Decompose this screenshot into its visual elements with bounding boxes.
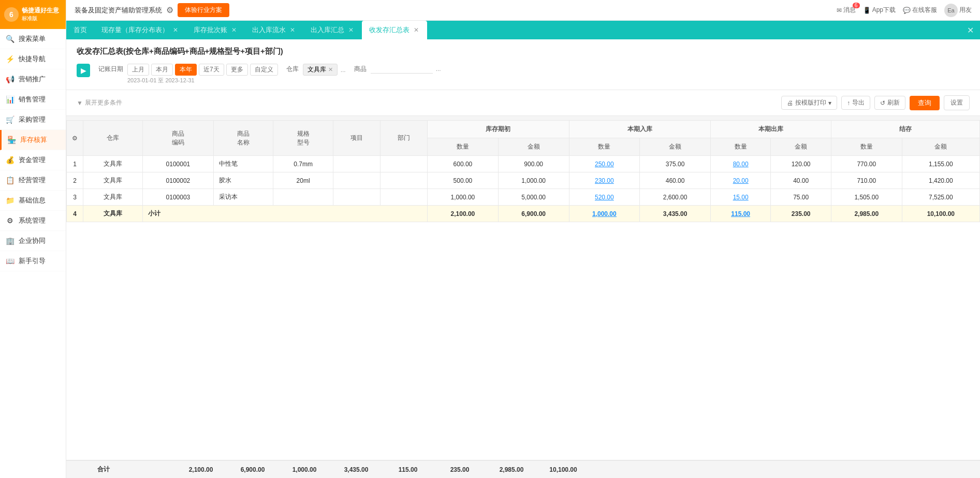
row-dept [381, 172, 428, 189]
row-no: 1 [67, 156, 83, 172]
tab-close-5[interactable]: ✕ [413, 26, 420, 34]
total-out-amt: 235.00 [434, 466, 486, 473]
col-settings-header[interactable]: ⚙ [67, 121, 83, 156]
sidebar-item-operations[interactable]: 📋经营管理 [0, 170, 66, 191]
sidebar-item-quick-nav[interactable]: ⚡快捷导航 [0, 49, 66, 69]
goods-search-input[interactable] [371, 64, 433, 74]
date-btn-本月[interactable]: 本月 [151, 64, 173, 76]
col-balance-header: 结存 [831, 121, 979, 138]
print-button[interactable]: 🖨 按模版打印 ▾ [781, 96, 837, 110]
online-service-link[interactable]: 💬 在线客服 [903, 6, 937, 15]
sidebar-item-system[interactable]: ⚙系统管理 [0, 211, 66, 231]
tab-close-1[interactable]: ✕ [172, 26, 179, 34]
user-menu[interactable]: Ea 用友 [944, 4, 972, 17]
tab-5[interactable]: 收发存汇总表✕ [362, 21, 427, 39]
total-bal-amt: 10,100.00 [537, 466, 589, 473]
topbar-left: 装备及固定资产辅助管理系统 ⚙ 体验行业方案 [75, 3, 830, 17]
refresh-icon: ↺ [880, 99, 885, 107]
tab-close-3[interactable]: ✕ [289, 26, 296, 34]
user-label: 用友 [959, 6, 972, 15]
row-warehouse: 文具库 [83, 156, 143, 172]
expand-more-button[interactable]: ▼ 展开更多条件 [77, 98, 122, 107]
message-icon-wrapper[interactable]: ✉ 6 消息 [837, 6, 856, 15]
row-open-qty: 1,000.00 [428, 189, 499, 206]
sidebar-label-operations: 经营管理 [19, 176, 46, 185]
total-out-qty: 115.00 [382, 466, 434, 473]
date-btn-本年[interactable]: 本年 [175, 64, 197, 76]
sidebar-item-search[interactable]: 🔍搜索菜单 [0, 29, 66, 49]
row-out-qty[interactable]: 20.00 [710, 172, 771, 189]
goods-filter-label: 商品 [354, 65, 367, 74]
sidebar-label-sales: 销售管理 [19, 95, 46, 104]
sidebar-item-purchase[interactable]: 🛒采购管理 [0, 110, 66, 130]
sidebar-label-marketing: 营销推广 [19, 75, 46, 84]
query-button[interactable]: 查询 [910, 96, 940, 110]
service-icon: 💬 [903, 7, 911, 14]
data-table-container: ⚙ 仓库 商品编码 商品名称 规格型号 项目 部门 库存期初 本期入库 本期出库… [66, 120, 980, 460]
tab-2[interactable]: 库存批次账✕ [186, 21, 245, 39]
refresh-button[interactable]: ↺ 刷新 [874, 96, 905, 110]
table-row: 3 文具库 0100003 采访本 1,000.00 5,000.00 520.… [67, 189, 980, 206]
guide-icon: 📖 [5, 256, 14, 266]
sidebar-logo: 6 畅捷通好生意 标准版 [0, 0, 66, 29]
filter-bar: ▶ 记账日期 上月本月本年近7天更多自定义 2023-01-01 至 2023-… [77, 63, 970, 90]
tab-close-4[interactable]: ✕ [347, 26, 355, 34]
row-in-qty[interactable]: 250.00 [569, 156, 640, 172]
row-project [333, 156, 381, 172]
header-actions: ▼ 展开更多条件 🖨 按模版打印 ▾ ↑ 导出 ↺ 刷新 查询 设置 [66, 90, 980, 116]
sidebar-item-basic-info[interactable]: 📁基础信息 [0, 191, 66, 211]
row-goods-name: 采访本 [213, 189, 273, 206]
sidebar-item-finance[interactable]: 💰资金管理 [0, 150, 66, 170]
col-bal-qty-header: 数量 [831, 138, 902, 156]
row-open-qty: 500.00 [428, 172, 499, 189]
subtotal-in-qty[interactable]: 1,000.00 [569, 206, 640, 222]
sidebar-item-sales[interactable]: 📊销售管理 [0, 90, 66, 110]
warehouse-filter-label: 仓库 [286, 65, 299, 74]
goods-group: ... [371, 64, 441, 74]
config-icon[interactable]: ⚙ [166, 5, 173, 15]
tab-1[interactable]: 现存量（库存分布表）✕ [94, 21, 186, 39]
sidebar-item-guide[interactable]: 📖新手引导 [0, 251, 66, 271]
date-btn-上月[interactable]: 上月 [127, 64, 149, 76]
date-filter-group: 记账日期 上月本月本年近7天更多自定义 2023-01-01 至 2023-12… [98, 63, 278, 84]
tabbar-close-button[interactable]: ✕ [961, 25, 980, 35]
tab-4[interactable]: 出入库汇总✕ [303, 21, 362, 39]
print-icon: 🖨 [787, 99, 793, 107]
app-title: 畅捷通好生意 [22, 7, 59, 14]
sidebar-item-enterprise[interactable]: 🏢企业协同 [0, 231, 66, 251]
date-filter-label: 记账日期 [98, 65, 123, 74]
tab-3[interactable]: 出入库流水✕ [245, 21, 303, 39]
row-no: 3 [67, 189, 83, 206]
row-out-qty[interactable]: 80.00 [710, 156, 771, 172]
row-in-qty[interactable]: 230.00 [569, 172, 640, 189]
sales-icon: 📊 [5, 95, 14, 104]
date-btn-近7天[interactable]: 近7天 [199, 64, 224, 76]
sidebar-item-inventory[interactable]: 🏪库存核算 [0, 130, 66, 150]
row-goods-spec: 20ml [273, 172, 333, 189]
filter-toggle-button[interactable]: ▶ [77, 64, 90, 77]
try-button[interactable]: 体验行业方案 [178, 3, 229, 17]
date-btn-自定义[interactable]: 自定义 [250, 64, 278, 76]
warehouse-tag-value: 文具库 [308, 65, 326, 74]
subtotal-out-qty[interactable]: 115.00 [710, 206, 771, 222]
message-icon: ✉ [837, 7, 842, 14]
row-out-qty[interactable]: 15.00 [710, 189, 771, 206]
more-warehouse-options[interactable]: ... [341, 66, 346, 74]
remove-warehouse-tag[interactable]: ✕ [328, 66, 333, 73]
sidebar-item-marketing[interactable]: 📢营销推广 [0, 69, 66, 90]
tab-0[interactable]: 首页 [66, 21, 94, 39]
subtotal-no: 4 [67, 206, 83, 222]
total-in-qty: 1,000.00 [279, 466, 330, 473]
col-open-amt-header: 金额 [498, 138, 569, 156]
settings-button[interactable]: 设置 [944, 95, 970, 110]
message-count: 6 [853, 3, 860, 8]
date-range-text: 2023-01-01 至 2023-12-31 [127, 77, 278, 84]
date-btn-更多[interactable]: 更多 [226, 64, 248, 76]
tab-close-2[interactable]: ✕ [230, 26, 238, 34]
row-in-qty[interactable]: 520.00 [569, 189, 640, 206]
more-goods-options[interactable]: ... [436, 65, 441, 73]
sidebar-label-basic-info: 基础信息 [19, 196, 46, 205]
row-bal-amt: 1,420.00 [902, 172, 979, 189]
export-button[interactable]: ↑ 导出 [841, 96, 870, 110]
app-download-link[interactable]: 📱 App下载 [863, 6, 896, 15]
